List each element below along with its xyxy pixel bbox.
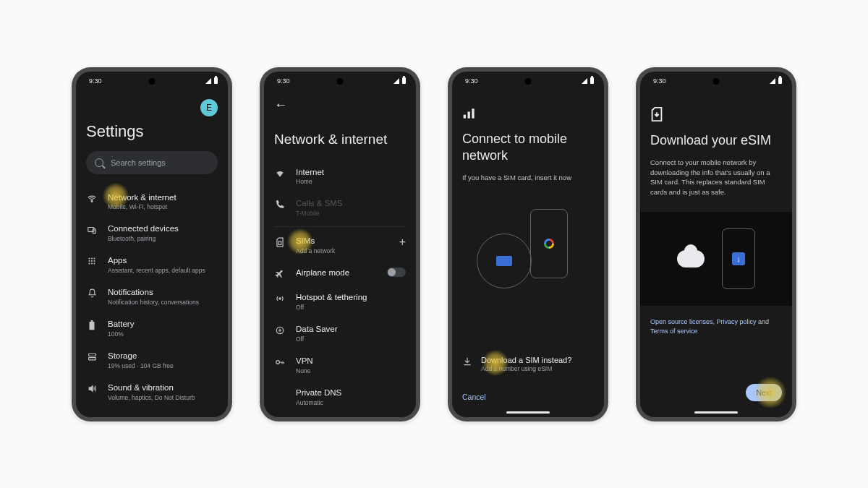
clock: 9:30 [277,77,290,85]
settings-item-sound[interactable]: Sound & vibrationVolume, haptics, Do Not… [86,376,218,408]
data-saver-icon [274,324,286,335]
illustration: ↓ [640,212,792,306]
signal-icon [582,78,587,84]
page-title: Connect to mobile network [462,131,594,165]
item-label: Internet [296,167,406,178]
item-label: Connected devices [108,223,218,234]
svg-point-19 [276,361,280,364]
wifi-icon [86,192,98,204]
settings-item-battery[interactable]: Battery100% [86,312,218,344]
search-icon [95,158,103,167]
sim-download-icon [650,106,782,122]
camera-hole [525,78,532,85]
phone-icon [274,198,286,209]
phone-connect-mobile: 9:30 Connect to mobile network If you ha… [448,67,608,421]
item-label: Battery [108,319,218,330]
item-sub: Mobile, Wi-Fi, hotspot [108,203,218,210]
svg-rect-14 [88,354,95,356]
network-item-hotspot[interactable]: Hotspot & tetheringOff [274,286,406,317]
screen: 9:30 ← Network & internet InternetHome C… [264,72,416,417]
item-label: Data Saver [296,324,406,335]
svg-rect-16 [278,241,281,245]
settings-item-apps[interactable]: AppsAssistant, recent apps, default apps [86,249,218,281]
item-label: Hotspot & tethering [296,292,406,303]
settings-item-storage[interactable]: Storage19% used · 104 GB free [86,344,218,376]
settings-item-network[interactable]: Network & internetMobile, Wi-Fi, hotspot [86,186,218,218]
item-label: VPN [296,356,406,367]
signal-icon [770,78,775,84]
item-label: Network & internet [108,192,218,203]
item-sub: 100% [108,330,218,338]
search-input[interactable]: Search settings [86,151,218,174]
download-badge-icon: ↓ [732,252,745,265]
network-item-internet[interactable]: InternetHome [274,160,406,192]
battery-icon [214,77,218,84]
network-item-vpn[interactable]: VPNNone [274,349,406,381]
item-label: Private DNS [296,388,406,398]
status-icons [582,77,594,84]
screen: 9:30 Download your eSIM Connect to your … [640,72,792,417]
network-item-calls-sms: Calls & SMST-Mobile [274,192,406,223]
settings-item-connected-devices[interactable]: Connected devicesBluetooth, pairing [86,217,218,249]
item-label: SIMs [296,236,389,247]
item-sub: T-Mobile [296,210,406,217]
item-sub: None [296,367,406,374]
page-title: Settings [86,122,218,141]
battery-icon [402,77,406,84]
camera-hole [713,78,720,85]
network-item-airplane[interactable]: Airplane mode [274,261,406,286]
svg-rect-13 [91,320,93,322]
link-open-source[interactable]: Open source licenses [650,318,713,325]
item-sub: Volume, haptics, Do Not Disturb [108,394,218,401]
link-privacy[interactable]: Privacy policy [717,318,757,325]
clock: 9:30 [653,77,666,85]
signal-icon [205,78,211,84]
link-terms[interactable]: Terms of service [650,328,698,335]
svg-point-6 [89,260,90,262]
network-item-private-dns[interactable]: Private DNSAutomatic [274,381,406,413]
page-title: Download your eSIM [650,132,782,149]
storage-icon [86,351,98,361]
network-item-adaptive[interactable]: Adaptive connectivity [274,413,406,416]
settings-item-notifications[interactable]: NotificationsNotification history, conve… [86,281,218,312]
item-label: Sound & vibration [108,382,218,393]
svg-rect-21 [468,111,470,118]
wifi-icon [274,167,286,179]
svg-rect-20 [464,114,466,118]
add-sim-button[interactable]: + [399,236,406,249]
svg-point-10 [91,263,93,265]
back-button[interactable]: ← [274,90,406,116]
download-esim-row[interactable]: Download a SIM instead? Add a number usi… [462,356,594,372]
svg-point-17 [279,298,281,299]
network-item-sims[interactable]: SIMsAdd a network + [274,226,406,261]
airplane-icon [274,267,286,279]
google-logo-icon [544,239,554,249]
item-sub: Bluetooth, pairing [108,235,218,242]
hotspot-icon [274,292,286,304]
item-label: Apps [108,255,218,266]
next-button[interactable]: Next [746,384,782,401]
profile-avatar[interactable]: E [200,99,218,116]
home-indicator[interactable] [694,411,738,414]
svg-point-5 [94,258,95,260]
item-label: Airplane mode [296,267,377,278]
svg-point-0 [91,200,93,202]
download-sub: Add a number using eSIM [481,365,571,372]
status-icons [770,77,782,84]
body-text: Connect to your mobile network by downlo… [650,158,782,197]
home-indicator[interactable] [506,411,550,414]
illustration [474,202,582,303]
vpn-icon [274,356,286,367]
cancel-button[interactable]: Cancel [462,393,486,401]
page-title: Network & internet [274,132,406,147]
status-icons [393,77,406,84]
clock: 9:30 [89,77,102,85]
phone-settings: 9:30 E Settings Search settings Network … [72,67,232,421]
screen: 9:30 Connect to mobile network If you ha… [452,72,604,417]
network-item-data-saver[interactable]: Data SaverOff [274,317,406,349]
phone-network-internet: 9:30 ← Network & internet InternetHome C… [260,67,420,421]
download-icon [462,356,472,367]
item-label: Storage [108,351,218,361]
airplane-toggle[interactable] [387,267,406,277]
apps-icon [86,255,98,265]
